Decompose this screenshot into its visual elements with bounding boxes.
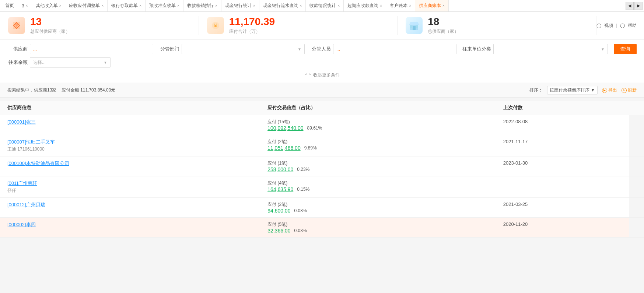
tx-cell-3: 应付 (4笔)164,635.900.15%	[260, 176, 496, 198]
tx-label-2: 应付 (1笔)	[267, 160, 489, 166]
nav-tab-cash-bank-flow[interactable]: 现金银行流水查询 ×	[259, 0, 306, 12]
close-icon-other-income[interactable]: ×	[59, 4, 62, 8]
export-button[interactable]: ▶ 导出	[602, 87, 617, 93]
table-row: [000100]本特勒油品有限公司应付 (1笔)258,000.000.23%2…	[0, 156, 644, 176]
close-icon-prepay[interactable]: ×	[177, 4, 179, 8]
person-dots-placeholder: ...	[336, 46, 340, 52]
supplier-link-4[interactable]: [000012]广州贝瑞	[7, 202, 45, 207]
svg-rect-4	[413, 26, 416, 30]
supplier-link-5[interactable]: [000002]李四	[7, 222, 36, 227]
nav-tab-home[interactable]: 首页	[1, 0, 18, 12]
supplier-dots-placeholder: ...	[33, 46, 37, 52]
nav-tab-customer-ledger-label: 客户账本	[390, 3, 407, 9]
total-suppliers-label: 总供应商（家）	[428, 28, 459, 35]
sort-label: 排序：	[529, 87, 543, 93]
nav-tab-bank-deposit[interactable]: 银行存取款单 ×	[108, 0, 146, 12]
tx-label-1: 应付 (2笔)	[267, 139, 489, 145]
nav-tab-prepay[interactable]: 预收冲应收单 ×	[146, 0, 183, 12]
nav-tab-overdue[interactable]: 超期应收款查询 ×	[344, 0, 386, 12]
filter-row-1: 供应商 ... 分管部门 ▼ 分管人员 ... 往来单位分类 ▼ 查询	[7, 44, 637, 54]
close-icon-bank-deposit[interactable]: ×	[139, 4, 141, 8]
supplier-link-2[interactable]: [000100]本特勒油品有限公司	[7, 161, 69, 166]
supplier-cell-4: [000012]广州贝瑞	[0, 198, 260, 218]
close-icon-overdue[interactable]: ×	[380, 4, 382, 8]
balance-chevron-icon: ▼	[104, 61, 107, 65]
category-filter-label: 往来单位分类	[462, 46, 491, 52]
supplier-table: 供应商信息 应付交易信息（占比） 上次付数 [000001]张三应付 (15笔)…	[0, 101, 644, 238]
dept-chevron-icon: ▼	[298, 47, 301, 51]
close-icon-supplier-ledger[interactable]: ×	[442, 4, 445, 8]
close-icon-collection[interactable]: ×	[215, 4, 217, 8]
close-icon-cash-bank-stat[interactable]: ×	[253, 4, 255, 8]
right-actions: 排序： 按应付余额倒序排序 ▼ ▶ 导出 ↻ 刷新	[529, 86, 637, 94]
table-row: [000012]广州贝瑞应付 (2笔)94,600.000.08%2021-03…	[0, 198, 644, 218]
refresh-button[interactable]: ↻ 刷新	[622, 87, 637, 93]
amount-text: 应付金额 111,703,854.00元	[62, 87, 116, 93]
table-body: [000001]张三应付 (15笔)100,092,540.0089.61%20…	[0, 115, 644, 238]
person-filter-input[interactable]: ...	[333, 44, 456, 54]
table-header-row: 供应商信息 应付交易信息（占比） 上次付数	[0, 101, 644, 115]
dept-filter-input[interactable]: ▼	[182, 44, 305, 54]
nav-tab-collection[interactable]: 收款核销执行 ×	[183, 0, 221, 12]
supplier-cell-1: [000007]恒旺二手叉车王通 17106110000	[0, 135, 260, 156]
nav-tab-customer-ledger[interactable]: 客户账本 ×	[386, 0, 415, 12]
nav-tab-overdue-label: 超期应收款查询	[347, 3, 378, 9]
nav-arrow-left[interactable]: ◀	[626, 2, 634, 10]
tx-amount-3[interactable]: 164,635.90	[267, 186, 293, 192]
filter-area: 供应商 ... 分管部门 ▼ 分管人员 ... 往来单位分类 ▼ 查询	[0, 39, 644, 83]
filter-category: 往来单位分类 ▼	[462, 44, 608, 54]
last-pay-cell-2: 2023-01-30	[496, 156, 629, 176]
refresh-label: 刷新	[628, 87, 637, 93]
supplier-filter-input[interactable]: ...	[30, 44, 153, 54]
collapse-bar[interactable]: ⌃⌃ 收起更多条件	[7, 70, 637, 80]
nav-tab-adjust[interactable]: 应收应付调整单 ×	[65, 0, 108, 12]
category-filter-input[interactable]: ▼	[493, 44, 608, 54]
col-header-supplier: 供应商信息	[0, 101, 260, 115]
supplier-link-3[interactable]: [001]广州荣轩	[7, 180, 37, 186]
close-icon-customer-ledger[interactable]: ×	[409, 4, 411, 8]
nav-tab-3[interactable]: 3 ×	[18, 0, 32, 12]
tx-amount-5[interactable]: 32,366.00	[267, 228, 290, 234]
sort-select[interactable]: 按应付余额倒序排序 ▼	[547, 86, 598, 94]
person-filter-label: 分管人员	[311, 46, 331, 52]
nav-arrow-right[interactable]: ▶	[634, 2, 643, 10]
nav-tab-supplier-ledger[interactable]: 供应商账本 ×	[415, 0, 449, 12]
balance-filter-input[interactable]: 选择... ▼	[30, 57, 111, 68]
tx-amount-2[interactable]: 258,000.00	[267, 166, 293, 172]
tx-pct-0: 89.61%	[307, 125, 322, 131]
nav-tab-other-income[interactable]: 其他收入单 ×	[32, 0, 66, 12]
filter-row-2: 往来余额 选择... ▼	[7, 57, 637, 68]
tx-label-5: 应付 (5笔)	[267, 221, 489, 228]
search-button[interactable]: 查询	[614, 44, 637, 54]
diamond-icon	[7, 16, 26, 35]
help-link[interactable]: 帮助	[628, 23, 637, 29]
close-icon-adjust[interactable]: ×	[101, 4, 104, 8]
supplier-link-1[interactable]: [000007]恒旺二手叉车	[7, 139, 55, 145]
tx-cell-1: 应付 (2笔)11,051,486.009.89%	[260, 135, 496, 156]
close-icon-cash-bank-flow[interactable]: ×	[300, 4, 302, 8]
scroll-col-2	[629, 156, 644, 176]
close-icon-3[interactable]: ×	[26, 4, 28, 8]
summary-card-payable-total: ¥ 11,170.39 应付合计（万）	[199, 16, 398, 35]
filter-person: 分管人员 ...	[311, 44, 456, 54]
tx-amount-4[interactable]: 94,600.00	[267, 208, 290, 214]
summary-card-payable-suppliers: 13 总应付供应商（家）	[7, 16, 199, 35]
video-link[interactable]: 视频	[604, 23, 613, 29]
export-icon: ▶	[602, 88, 607, 93]
nav-tab-3-label: 3	[22, 3, 24, 8]
nav-tab-collection-stat[interactable]: 收款情况统计 ×	[306, 0, 344, 12]
nav-tab-cash-bank-stat[interactable]: 现金银行统计 ×	[221, 0, 259, 12]
payable-total-info: 11,170.39 应付合计（万）	[229, 16, 275, 35]
tx-amount-1[interactable]: 11,051,486.00	[267, 145, 301, 151]
supplier-link-0[interactable]: [000001]张三	[7, 119, 36, 125]
svg-text:¥: ¥	[214, 23, 217, 28]
last-pay-cell-3	[496, 176, 629, 198]
close-icon-collection-stat[interactable]: ×	[337, 4, 340, 8]
total-suppliers-number: 18	[428, 16, 459, 28]
tx-amount-0[interactable]: 100,092,540.00	[267, 125, 303, 131]
tx-pct-4: 0.08%	[294, 208, 307, 213]
tx-pct-5: 0.03%	[294, 228, 307, 233]
payable-total-label: 应付合计（万）	[229, 28, 275, 35]
table-row: [000007]恒旺二手叉车王通 17106110000应付 (2笔)11,05…	[0, 135, 644, 156]
last-pay-cell-1: 2021-11-17	[496, 135, 629, 156]
